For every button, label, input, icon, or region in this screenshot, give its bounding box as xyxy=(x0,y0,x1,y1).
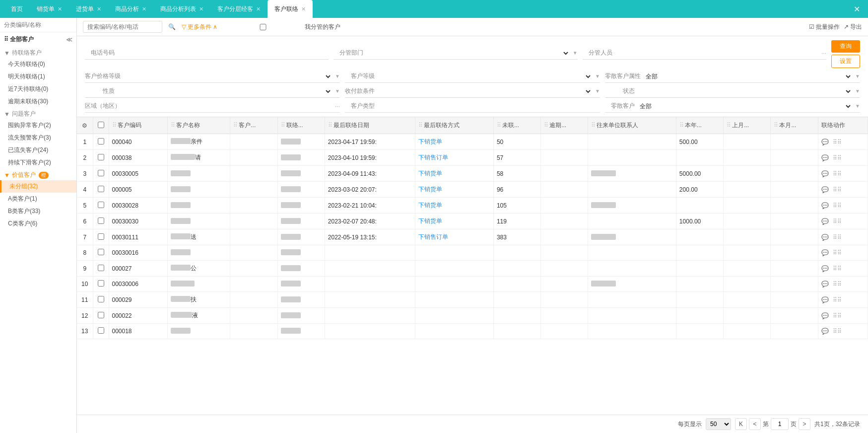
row-checkbox[interactable] xyxy=(93,166,109,182)
row-actions[interactable]: 💬 ⠿⠿ xyxy=(818,150,868,166)
more-icon[interactable]: ⠿⠿ xyxy=(833,234,842,241)
sidebar-item-ungroup[interactable]: 未分组(32) xyxy=(0,180,76,193)
filter-customer-level-select[interactable] xyxy=(378,72,592,80)
sidebar-item-tomorrow-pending[interactable]: 明天待联络(1) xyxy=(0,71,76,83)
message-icon[interactable]: 💬 xyxy=(821,202,829,209)
col-resize-icon-od[interactable]: ⠿ xyxy=(544,122,548,129)
col-resize-icon[interactable]: ⠿ xyxy=(112,122,117,129)
sidebar-item-overdue-pending[interactable]: 逾期未联络(30) xyxy=(0,95,76,108)
filter-status-select[interactable] xyxy=(638,87,852,95)
more-icon[interactable]: ⠿⠿ xyxy=(833,281,842,288)
more-filter-btn[interactable]: ▽ 更多条件 ∧ xyxy=(182,23,217,31)
message-icon[interactable]: 💬 xyxy=(821,154,829,161)
contact-type-link[interactable]: 下销货单 xyxy=(418,138,442,145)
export-btn[interactable]: ↗ 导出 xyxy=(844,23,862,31)
contact-type-link[interactable]: 下销售订单 xyxy=(418,233,448,240)
row-actions[interactable]: 💬 ⠿⠿ xyxy=(818,166,868,182)
page-btn-prev[interactable]: < xyxy=(749,418,761,430)
reset-button[interactable]: 设置 xyxy=(831,55,860,68)
all-customers-header[interactable]: ⠿ 全部客户 ≪ xyxy=(0,32,76,47)
col-resize-icon-contact[interactable]: ⠿ xyxy=(281,122,285,129)
message-icon[interactable]: 💬 xyxy=(821,312,829,319)
page-input[interactable] xyxy=(771,418,789,430)
page-btn-next[interactable]: > xyxy=(799,418,810,430)
row-actions[interactable]: 💬 ⠿⠿ xyxy=(818,134,868,150)
filter-price-level-select[interactable] xyxy=(124,72,332,80)
close-window-btn[interactable]: ✕ xyxy=(850,4,864,14)
row-checkbox[interactable] xyxy=(93,229,109,245)
collapse-icon[interactable]: ≪ xyxy=(66,36,72,43)
more-icon[interactable]: ⠿⠿ xyxy=(833,139,842,145)
filter-dept-select[interactable] xyxy=(366,49,569,57)
search-icon[interactable]: 🔍 xyxy=(168,23,176,30)
tab-customer-segment[interactable]: 客户分层经客 ✕ xyxy=(210,0,267,18)
my-customers-checkbox-label[interactable]: 我分管的客户 xyxy=(223,23,340,31)
col-settings[interactable]: ⚙ xyxy=(77,117,93,134)
filter-customer-type-input[interactable] xyxy=(378,103,600,110)
settings-icon[interactable]: ⚙ xyxy=(82,122,87,129)
message-icon[interactable]: 💬 xyxy=(821,170,829,177)
filter-zero-customer-select[interactable]: 全部 xyxy=(638,102,852,110)
row-checkbox[interactable] xyxy=(93,150,109,166)
tab-sales[interactable]: 销货单 ✕ xyxy=(30,0,69,18)
row-checkbox[interactable] xyxy=(93,134,109,150)
more-icon[interactable]: ⠿⠿ xyxy=(833,328,842,335)
manager-more-icon[interactable]: ··· xyxy=(821,50,826,57)
row-checkbox[interactable] xyxy=(93,261,109,277)
more-icon[interactable]: ⠿⠿ xyxy=(833,186,842,193)
contact-type-link[interactable]: 下销售订单 xyxy=(418,154,448,161)
col-resize-icon-ty[interactable]: ⠿ xyxy=(679,122,684,129)
sidebar-item-class-c[interactable]: C类客户(6) xyxy=(0,217,76,230)
more-icon[interactable]: ⠿⠿ xyxy=(833,154,842,161)
row-checkbox[interactable] xyxy=(93,292,109,308)
col-resize-icon-nc[interactable]: ⠿ xyxy=(497,122,501,129)
contact-type-link[interactable]: 下销货单 xyxy=(418,170,442,177)
region-more-icon[interactable]: ··· xyxy=(335,103,340,110)
tab-purchase[interactable]: 进货单 ✕ xyxy=(69,0,108,18)
row-actions[interactable]: 💬 ⠿⠿ xyxy=(818,261,868,277)
select-all-checkbox[interactable] xyxy=(98,122,104,128)
per-page-select[interactable]: 50 100 xyxy=(706,418,731,430)
col-resize-icon-tm[interactable]: ⠿ xyxy=(774,122,778,129)
sidebar-item-today-pending[interactable]: 今天待联络(0) xyxy=(0,58,76,71)
sidebar-item-churned[interactable]: 已流失客户(24) xyxy=(0,144,76,156)
pending-contact-group[interactable]: ▼ 待联络客户 xyxy=(0,47,76,58)
page-btn-first[interactable]: K xyxy=(735,418,747,430)
message-icon[interactable]: 💬 xyxy=(821,296,829,303)
problem-customers-group[interactable]: ▼ 问题客户 xyxy=(0,108,76,119)
message-icon[interactable]: 💬 xyxy=(821,139,829,145)
more-icon[interactable]: ⠿⠿ xyxy=(833,202,842,209)
sidebar-item-churn-warning[interactable]: 流失预警客户(3) xyxy=(0,132,76,144)
filter-payment-select[interactable] xyxy=(378,87,592,95)
contact-type-link[interactable]: 下销货单 xyxy=(418,186,442,193)
tab-customer-contact-close[interactable]: ✕ xyxy=(301,6,306,12)
row-checkbox[interactable] xyxy=(93,182,109,198)
tab-customer-contact[interactable]: 客户联络 ✕ xyxy=(267,0,313,18)
message-icon[interactable]: 💬 xyxy=(821,186,829,193)
tab-goods-analysis[interactable]: 商品分析 ✕ xyxy=(108,0,153,18)
filter-nature-select[interactable] xyxy=(118,87,332,95)
query-button[interactable]: 查询 xyxy=(831,40,860,53)
col-resize-icon-type[interactable]: ⠿ xyxy=(233,122,238,129)
sidebar-item-class-a[interactable]: A类客户(1) xyxy=(0,193,76,205)
row-checkbox[interactable] xyxy=(93,277,109,292)
col-resize-icon-cp[interactable]: ⠿ xyxy=(591,122,596,129)
col-checkbox[interactable] xyxy=(93,117,109,134)
col-resize-icon-name[interactable]: ⠿ xyxy=(171,122,175,129)
tab-goods-analysis-list[interactable]: 商品分析列表 ✕ xyxy=(153,0,210,18)
message-icon[interactable]: 💬 xyxy=(821,281,829,288)
more-icon[interactable]: ⠿⠿ xyxy=(833,265,842,272)
row-actions[interactable]: 💬 ⠿⠿ xyxy=(818,214,868,229)
tab-customer-segment-close[interactable]: ✕ xyxy=(256,6,261,12)
filter-region-input[interactable] xyxy=(124,103,332,110)
row-actions[interactable]: 💬 ⠿⠿ xyxy=(818,292,868,308)
row-actions[interactable]: 💬 ⠿⠿ xyxy=(818,229,868,245)
tab-sales-close[interactable]: ✕ xyxy=(58,6,62,12)
row-checkbox[interactable] xyxy=(93,324,109,339)
batch-action-btn[interactable]: ☑ 批量操作 xyxy=(809,23,840,31)
row-actions[interactable]: 💬 ⠿⠿ xyxy=(818,182,868,198)
tab-goods-analysis-close[interactable]: ✕ xyxy=(142,6,146,12)
contact-type-link[interactable]: 下销货单 xyxy=(418,217,442,224)
row-actions[interactable]: 💬 ⠿⠿ xyxy=(818,324,868,339)
row-actions[interactable]: 💬 ⠿⠿ xyxy=(818,245,868,261)
